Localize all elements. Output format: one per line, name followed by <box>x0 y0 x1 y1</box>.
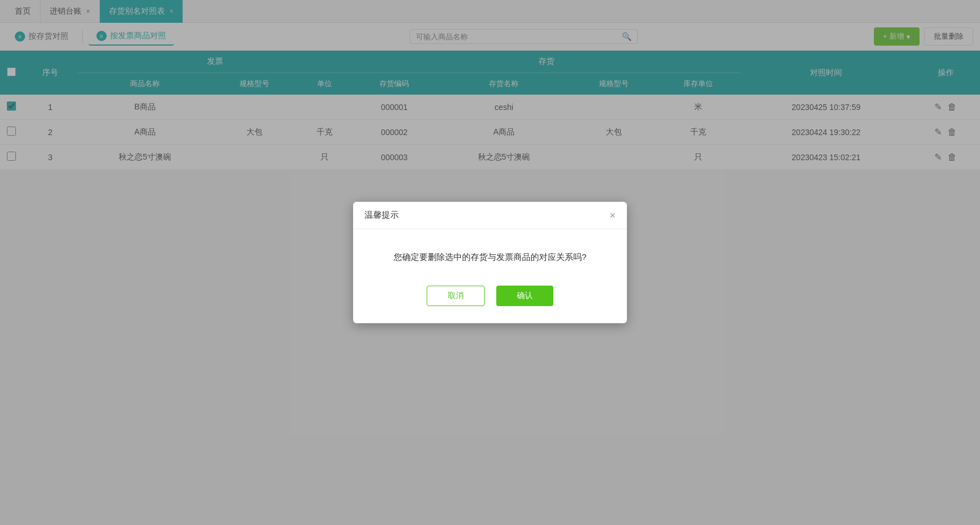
dialog-overlay: 温馨提示 × 您确定要删除选中的存货与发票商品的对应关系吗? 取消 确认 <box>0 0 980 170</box>
